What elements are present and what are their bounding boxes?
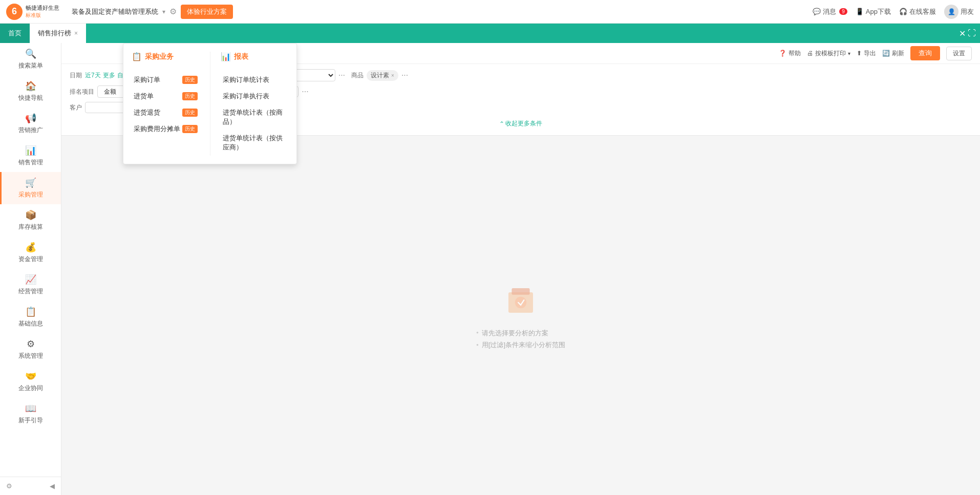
system-title: 装备及固定资产辅助管理系统 — [72, 7, 158, 16]
dropdown-item-order-exec[interactable]: 采购订单执行表 — [221, 88, 289, 104]
refresh-btn[interactable]: 🔄 刷新 — [882, 49, 904, 58]
rank-label: 排名项目 — [70, 88, 94, 96]
empty-tips: 请先选择要分析的方案 用[过滤]条件来缩小分析范围 — [476, 327, 565, 351]
history-badge-expense: 历史 — [182, 125, 198, 133]
dropdown-item-order-stats[interactable]: 采购订单统计表 — [221, 72, 289, 88]
date-label: 日期 — [70, 71, 82, 80]
empty-illustration — [500, 280, 541, 321]
sidebar-item-finance[interactable]: 💰 资金管理 — [0, 236, 61, 269]
tip-1: 请先选择要分析的方案 — [476, 327, 565, 339]
set-button[interactable]: 设置 — [946, 47, 972, 60]
goods-filter: 商品 设计素 × ··· — [351, 70, 408, 81]
online-service-btn[interactable]: 🎧 在线客服 — [899, 7, 936, 16]
history-badge-purchase-order: 历史 — [182, 76, 198, 84]
phone-icon: 📱 — [856, 8, 864, 15]
help-icon: ❓ — [779, 50, 786, 57]
collab-icon: 🤝 — [25, 371, 36, 382]
sidebar-item-operations[interactable]: 📈 经营管理 — [0, 269, 61, 301]
goods-tag-close[interactable]: × — [391, 73, 394, 78]
export-btn[interactable]: ⬆ 导出 — [857, 49, 876, 58]
sales-icon: 📊 — [25, 145, 36, 156]
customer-label: 客户 — [70, 103, 82, 112]
tab-actions: ✕ ⛶ — [959, 29, 980, 38]
sidebar-item-system[interactable]: ⚙ 系统管理 — [0, 333, 61, 365]
print-btn[interactable]: 🖨 按模板打印 ▾ — [807, 49, 850, 58]
guide-icon: 📖 — [25, 403, 36, 414]
dropdown-col-purchase: 📋 采购业务 采购订单 历史 进货单 历史 进货退货 历史 — [132, 52, 200, 156]
export-icon: ⬆ — [857, 50, 862, 57]
print-dropdown-icon[interactable]: ▾ — [848, 51, 850, 56]
dropdown-divider — [210, 52, 210, 156]
logo-area: 6 畅捷通好生意 标准版 — [6, 4, 68, 20]
sidebar-item-marketing[interactable]: 📢 营销推广 — [0, 107, 61, 140]
sidebar-item-guide[interactable]: 📖 新手引导 — [0, 398, 61, 430]
system-icon: ⚙ — [27, 338, 35, 350]
operations-icon: 📈 — [25, 274, 36, 285]
basic-icon: 📋 — [25, 306, 36, 317]
sidebar-item-purchase[interactable]: 🛒 采购管理 — [0, 172, 61, 204]
inventory-icon: 📦 — [25, 209, 36, 221]
reports-header: 📊 报表 — [221, 52, 289, 66]
history-badge-return: 历史 — [182, 109, 198, 117]
collapse-up-icon: ⌃ — [499, 120, 504, 127]
tab-close-btn[interactable]: × — [74, 30, 78, 37]
dropdown-item-purchase-order[interactable]: 采购订单 历史 — [132, 72, 200, 88]
sidebar-collapse-icon[interactable]: ◀ — [50, 482, 55, 490]
industry-btn[interactable]: 体验行业方案 — [181, 5, 233, 19]
history-badge-receipt: 历史 — [182, 92, 198, 100]
user-menu-btn[interactable]: 👤 用友 — [944, 5, 974, 19]
dropdown-item-expense[interactable]: 采购费用分摊单 历史 — [132, 121, 200, 137]
purchase-icon: 🛒 — [25, 177, 36, 188]
purchase-biz-icon: 📋 — [132, 52, 142, 61]
sidebar-item-basic[interactable]: 📋 基础信息 — [0, 301, 61, 333]
header-right: 💬 消息 9 📱 App下载 🎧 在线客服 👤 用友 — [813, 5, 974, 19]
home-icon: 🏠 — [25, 80, 36, 92]
content-area: ❓ 帮助 🖨 按模板打印 ▾ ⬆ 导出 🔄 刷新 查询 设置 — [61, 43, 980, 495]
status-more-btn[interactable]: ··· — [338, 71, 345, 80]
sidebar-bottom: ⚙ ◀ — [0, 477, 61, 495]
dropdown-item-receipt[interactable]: 进货单 历史 — [132, 88, 200, 104]
empty-state: 请先选择要分析的方案 用[过滤]条件来缩小分析范围 — [61, 136, 980, 495]
message-icon: 💬 — [813, 8, 821, 15]
main-layout: 🔍 搜索菜单 🏠 快捷导航 📢 营销推广 📊 销售管理 🛒 采购管理 📦 库存核… — [0, 43, 980, 495]
fullscreen-icon[interactable]: ⛶ — [968, 29, 976, 38]
header-center: 装备及固定资产辅助管理系统 ▾ ⚙ 体验行业方案 — [68, 5, 813, 19]
user-avatar: 👤 — [944, 5, 958, 19]
logo-text: 畅捷通好生意 标准版 — [26, 4, 59, 18]
sidebar-item-collab[interactable]: 🤝 企业协同 — [0, 365, 61, 398]
tab-home[interactable]: 首页 — [0, 24, 30, 43]
sidebar-item-sales[interactable]: 📊 销售管理 — [0, 140, 61, 172]
query-button[interactable]: 查询 — [910, 46, 940, 60]
svg-rect-1 — [512, 288, 529, 295]
active-bar — [0, 172, 2, 204]
purchase-biz-header: 📋 采购业务 — [132, 52, 200, 66]
close-window-icon[interactable]: ✕ — [959, 29, 966, 38]
sidebar-settings-icon[interactable]: ⚙ — [6, 482, 12, 490]
dropdown-item-return[interactable]: 进货退货 历史 — [132, 104, 200, 121]
sidebar-item-inventory[interactable]: 📦 库存核算 — [0, 204, 61, 236]
salesman-more-btn[interactable]: ··· — [302, 87, 308, 96]
settings-icon[interactable]: ⚙ — [169, 7, 177, 16]
system-dropdown-arrow[interactable]: ▾ — [162, 8, 165, 15]
sidebar-item-nav[interactable]: 🏠 快捷导航 — [0, 75, 61, 107]
dropdown-col-reports: 📊 报表 采购订单统计表 采购订单执行表 进货单统计表（按商品） 进货单统计表（… — [221, 52, 289, 156]
app-download-btn[interactable]: 📱 App下载 — [856, 7, 891, 16]
date-quick-7days[interactable]: 近7天 — [85, 71, 101, 80]
marketing-icon: 📢 — [25, 113, 36, 124]
collapse-btn[interactable]: ⌃ 收起更多条件 — [497, 117, 544, 130]
date-more[interactable]: 更多 — [103, 71, 115, 80]
dropdown-item-receipt-stats-goods[interactable]: 进货单统计表（按商品） — [221, 104, 289, 130]
tip-2: 用[过滤]条件来缩小分析范围 — [476, 339, 565, 351]
sidebar-item-search[interactable]: 🔍 搜索菜单 — [0, 43, 61, 75]
goods-label: 商品 — [351, 71, 364, 80]
logo-icon: 6 — [6, 4, 23, 20]
tab-sales-rank[interactable]: 销售排行榜 × — [30, 24, 86, 43]
help-btn[interactable]: ❓ 帮助 — [779, 49, 801, 58]
message-btn[interactable]: 💬 消息 9 — [813, 7, 847, 16]
goods-more-btn[interactable]: ··· — [401, 71, 408, 80]
goods-tag: 设计素 × — [367, 70, 398, 81]
dropdown-item-receipt-stats-supplier[interactable]: 进货单统计表（按供应商） — [221, 130, 289, 156]
finance-icon: 💰 — [25, 242, 36, 253]
refresh-icon: 🔄 — [882, 50, 890, 57]
print-icon: 🖨 — [807, 50, 813, 57]
